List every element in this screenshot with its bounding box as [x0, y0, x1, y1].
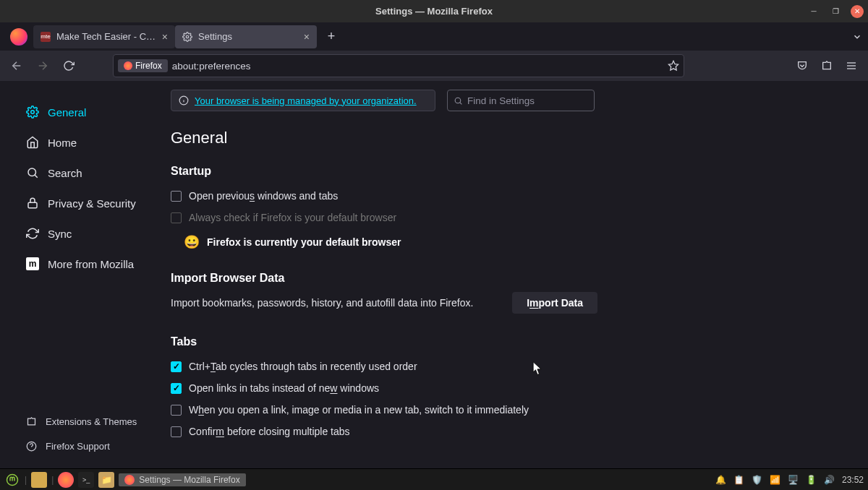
terminal-launcher-icon[interactable]: >_ [78, 472, 94, 488]
puzzle-icon [26, 416, 37, 427]
minimize-button[interactable]: ─ [807, 5, 820, 18]
sidebar-item-sync[interactable]: Sync [26, 218, 171, 249]
checkbox-icon [171, 383, 182, 394]
sidebar-footer-label: Firefox Support [46, 441, 110, 452]
notification-icon[interactable]: 🔔 [715, 475, 726, 485]
checkbox-icon [171, 212, 182, 223]
navigation-toolbar: Firefox about:preferences [0, 51, 868, 81]
reload-button[interactable] [58, 55, 80, 77]
search-icon [454, 96, 463, 106]
sidebar-firefox-support[interactable]: Firefox Support [26, 434, 171, 458]
firefox-chip: Firefox [118, 59, 168, 72]
svg-line-9 [35, 175, 38, 178]
sidebar-item-home[interactable]: Home [26, 127, 171, 158]
checkbox-label: When you open a link, image or media in … [189, 404, 529, 416]
sidebar-item-search[interactable]: Search [26, 158, 171, 188]
checkbox-open-links-tabs[interactable]: Open links in tabs instead of new window… [171, 377, 597, 399]
clock[interactable]: 23:52 [842, 475, 864, 485]
show-desktop-button[interactable] [31, 472, 47, 488]
list-all-tabs-button[interactable] [852, 32, 862, 42]
settings-sidebar: General Home Search Privacy & Security S… [0, 81, 171, 468]
gear-icon [26, 106, 39, 119]
sidebar-item-privacy[interactable]: Privacy & Security [26, 188, 171, 218]
sidebar-item-label: Search [48, 167, 82, 179]
import-description: Import bookmarks, passwords, history, an… [171, 297, 473, 309]
smile-emoji-icon: 😀 [184, 234, 200, 250]
sidebar-item-label: More from Mozilla [48, 258, 134, 270]
section-title: Tabs [171, 335, 597, 348]
search-placeholder: Find in Settings [467, 95, 535, 106]
firefox-logo-icon [10, 28, 27, 46]
close-tab-icon[interactable]: × [162, 31, 168, 43]
maximize-button[interactable]: ❐ [829, 5, 842, 18]
sync-icon [26, 227, 39, 240]
shield-icon[interactable]: 🛡️ [752, 475, 762, 485]
page-heading: General [171, 129, 597, 147]
section-startup: Startup Open previous windows and tabs A… [171, 165, 597, 250]
bookmark-star-icon[interactable] [668, 60, 679, 72]
sidebar-item-label: Privacy & Security [48, 197, 136, 210]
battery-icon[interactable]: 🔋 [806, 475, 817, 485]
sidebar-extensions-themes[interactable]: Extensions & Themes [26, 409, 171, 434]
gear-icon [182, 32, 192, 42]
checkbox-open-previous[interactable]: Open previous windows and tabs [171, 185, 597, 207]
organization-notice-link[interactable]: Your browser is being managed by your or… [195, 95, 417, 106]
section-title: Import Browser Data [171, 272, 597, 285]
checkbox-label: Open links in tabs instead of new window… [189, 382, 379, 394]
checkbox-always-default: Always check if Firefox is your default … [171, 207, 597, 228]
checkbox-confirm-close[interactable]: Confirm before closing multiple tabs [171, 421, 597, 442]
checkbox-label: Ctrl+Tab cycles through tabs in recently… [189, 361, 417, 372]
section-tabs: Tabs Ctrl+Tab cycles through tabs in rec… [171, 335, 597, 442]
checkbox-label: Confirm before closing multiple tabs [189, 426, 350, 437]
section-import: Import Browser Data Import bookmarks, pa… [171, 272, 597, 314]
display-icon[interactable]: 🖥️ [788, 475, 799, 485]
window-titlebar: Settings — Mozilla Firefox ─ ❐ ✕ [0, 0, 868, 22]
network-icon[interactable]: 📶 [770, 475, 780, 485]
new-tab-button[interactable]: + [321, 27, 341, 47]
tab-settings[interactable]: Settings × [175, 25, 317, 48]
status-text: Firefox is currently your default browse… [207, 236, 401, 248]
help-icon [26, 441, 37, 452]
pocket-button[interactable] [791, 55, 813, 77]
organization-notice: Your browser is being managed by your or… [171, 90, 435, 111]
sidebar-item-label: Sync [48, 228, 72, 240]
close-tab-icon[interactable]: × [304, 31, 310, 43]
sidebar-item-general[interactable]: General [26, 97, 171, 127]
svg-rect-10 [28, 202, 37, 208]
svg-point-7 [31, 111, 35, 114]
svg-point-8 [28, 168, 36, 176]
close-window-button[interactable]: ✕ [851, 5, 864, 18]
tab-make-tech-easier[interactable]: mte Make Tech Easier - Comput… × [33, 25, 175, 48]
checkbox-label: Always check if Firefox is your default … [189, 212, 396, 223]
mint-menu-button[interactable] [4, 472, 20, 488]
import-data-button[interactable]: Import Data [512, 292, 597, 314]
app-menu-button[interactable] [841, 55, 862, 77]
sidebar-item-more-mozilla[interactable]: m More from Mozilla [26, 249, 171, 279]
find-in-settings-input[interactable]: Find in Settings [447, 90, 595, 111]
volume-icon[interactable]: 🔊 [824, 475, 835, 485]
checkbox-switch-immediately[interactable]: When you open a link, image or media in … [171, 399, 597, 421]
svg-line-17 [460, 102, 462, 104]
checkbox-icon [171, 361, 182, 372]
tab-title: Make Tech Easier - Comput… [56, 31, 156, 42]
clipboard-icon[interactable]: 📋 [733, 475, 744, 485]
taskbar-app-firefox[interactable]: Settings — Mozilla Firefox [119, 473, 245, 486]
files-launcher-icon[interactable]: 📁 [98, 472, 114, 488]
checkbox-icon [171, 426, 182, 437]
search-icon [26, 166, 39, 179]
address-bar[interactable]: Firefox about:preferences [113, 54, 684, 77]
tab-title: Settings [198, 31, 298, 42]
checkbox-ctrl-tab[interactable]: Ctrl+Tab cycles through tabs in recently… [171, 356, 597, 377]
lock-icon [26, 197, 39, 210]
svg-point-16 [455, 98, 461, 103]
svg-marker-3 [668, 61, 678, 70]
sidebar-item-label: General [48, 106, 86, 119]
back-button[interactable] [6, 55, 27, 77]
url-text: about:preferences [172, 61, 251, 72]
firefox-icon [124, 475, 135, 485]
firefox-launcher-icon[interactable] [58, 472, 74, 488]
extensions-button[interactable] [816, 55, 838, 77]
svg-point-0 [186, 35, 189, 38]
sidebar-footer-label: Extensions & Themes [46, 416, 137, 427]
forward-button[interactable] [32, 55, 54, 77]
